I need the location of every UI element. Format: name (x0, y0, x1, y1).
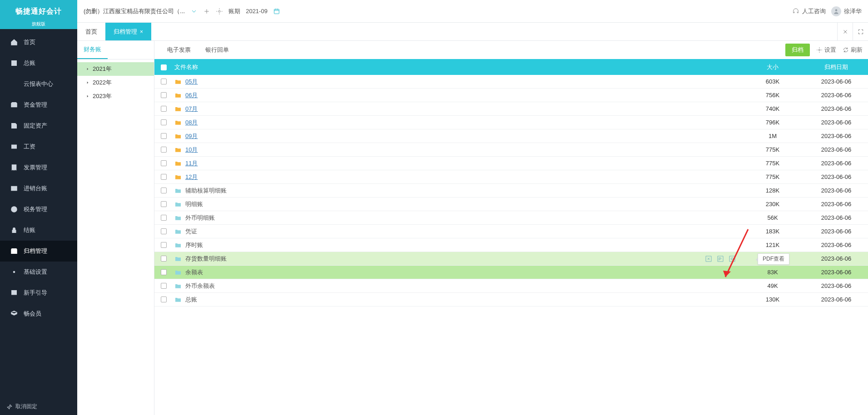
row-checkbox[interactable] (161, 119, 167, 125)
file-name[interactable]: 凭证 (185, 227, 197, 236)
col-name[interactable]: 文件名称 (173, 63, 741, 71)
row-checkbox[interactable] (161, 201, 167, 207)
table-row[interactable]: 序时账121K2023-06-06 (154, 238, 868, 252)
tree-year-2022[interactable]: 2022年 (77, 76, 154, 89)
nav-member[interactable]: 畅会员 (0, 303, 77, 324)
download-pdf-icon[interactable] (716, 255, 724, 263)
cat-tab-bankslip[interactable]: 银行回单 (198, 41, 236, 59)
tab-archive[interactable]: 归档管理 × (105, 23, 151, 40)
tree-label: 2021年 (93, 65, 112, 73)
row-checkbox[interactable] (161, 106, 167, 112)
close-all-button[interactable] (837, 23, 853, 40)
period-value[interactable]: 2021-09 (246, 8, 268, 15)
file-name[interactable]: 外币余额表 (185, 282, 215, 290)
plus-icon[interactable] (203, 8, 210, 15)
row-checkbox[interactable] (161, 283, 167, 289)
file-name[interactable]: 06月 (185, 91, 198, 99)
nav-funds[interactable]: 资金管理 (0, 94, 77, 115)
cat-tab-finance[interactable]: 财务账 (77, 41, 108, 59)
cat-tab-einvoice[interactable]: 电子发票 (160, 41, 198, 59)
nav-settings[interactable]: 基础设置 (0, 262, 77, 282)
file-name[interactable]: 09月 (185, 132, 198, 140)
file-name[interactable]: 08月 (185, 119, 198, 127)
table-row[interactable]: 10月775K2023-06-06 (154, 143, 868, 157)
table-row[interactable]: 06月756K2023-06-06 (154, 89, 868, 102)
tab-home[interactable]: 首页 (77, 23, 105, 40)
table-row[interactable]: 07月740K2023-06-06 (154, 102, 868, 116)
table-row[interactable]: 11月775K2023-06-06 (154, 157, 868, 170)
table-body: 05月603K2023-06-0606月756K2023-06-0607月740… (154, 75, 868, 306)
table-row[interactable]: 辅助核算明细账128K2023-06-06 (154, 184, 868, 198)
nav-inout[interactable]: 进销台账 (0, 178, 77, 199)
file-name[interactable]: 余额表 (185, 268, 203, 277)
row-checkbox[interactable] (161, 92, 167, 98)
nav-tax[interactable]: 税务管理 (0, 199, 77, 220)
fullscreen-button[interactable] (853, 23, 868, 40)
table-row[interactable]: 08月796K2023-06-06 (154, 116, 868, 129)
row-checkbox[interactable] (161, 215, 167, 221)
company-selector[interactable]: (勿删）江西服宝精品有限责任公司（... (84, 7, 185, 15)
nav-salary[interactable]: 工资 (0, 136, 77, 157)
cell-date: 2023-06-06 (804, 133, 868, 139)
nav-archive[interactable]: 归档管理 (0, 241, 77, 262)
nav-invoice[interactable]: 发票管理 (0, 157, 77, 178)
view-pdf-icon[interactable] (728, 255, 736, 263)
row-checkbox[interactable] (161, 160, 167, 166)
row-checkbox[interactable] (161, 228, 167, 234)
row-checkbox[interactable] (161, 133, 167, 139)
file-name[interactable]: 序时账 (185, 241, 203, 249)
file-name[interactable]: 12月 (185, 173, 198, 181)
gear-icon[interactable] (216, 8, 223, 15)
table-row[interactable]: 05月603K2023-06-06 (154, 75, 868, 89)
close-icon[interactable]: × (140, 29, 143, 35)
chevron-down-icon[interactable] (190, 8, 198, 15)
select-all-checkbox[interactable] (161, 64, 167, 70)
row-checkbox[interactable] (161, 79, 167, 84)
tree-year-2021[interactable]: 2021年 (77, 62, 154, 76)
nav-ledger[interactable]: 总账 (0, 53, 77, 74)
file-name[interactable]: 明细账 (185, 200, 203, 208)
calendar-icon[interactable] (273, 8, 280, 15)
table-row[interactable]: 凭证183K2023-06-06 (154, 225, 868, 238)
nav-home[interactable]: 首页 (0, 32, 77, 53)
table-row[interactable]: 总账130K2023-06-06 (154, 293, 868, 306)
file-name[interactable]: 存货数量明细账 (185, 255, 227, 263)
chat-link[interactable]: 人工咨询 (792, 7, 826, 15)
row-checkbox[interactable] (161, 269, 167, 275)
file-name[interactable]: 11月 (185, 159, 198, 168)
table-row[interactable]: 存货数量明细账PDF查看5K2023-06-06 (154, 252, 868, 266)
nav-unpin[interactable]: 取消固定 (0, 398, 77, 415)
user-icon (833, 8, 839, 15)
row-checkbox[interactable] (161, 174, 167, 180)
file-name[interactable]: 外币明细账 (185, 214, 215, 222)
refresh-link[interactable]: 刷新 (843, 46, 863, 54)
table-row[interactable]: 余额表83K2023-06-06 (154, 266, 868, 279)
file-name[interactable]: 07月 (185, 105, 198, 113)
row-checkbox[interactable] (161, 256, 167, 262)
row-checkbox[interactable] (161, 188, 167, 193)
settings-link[interactable]: 设置 (816, 46, 836, 54)
nav-close[interactable]: 结账 (0, 220, 77, 241)
file-name[interactable]: 10月 (185, 146, 198, 154)
file-name[interactable]: 辅助核算明细账 (185, 187, 227, 195)
col-size[interactable]: 大小 (741, 63, 804, 71)
table-row[interactable]: 外币余额表49K2023-06-06 (154, 279, 868, 293)
file-folder-icon (174, 228, 182, 235)
nav-guide[interactable]: 新手引导 (0, 282, 77, 303)
download-excel-icon[interactable] (704, 255, 713, 263)
row-checkbox[interactable] (161, 242, 167, 248)
user-menu[interactable]: 徐泽华 (831, 6, 862, 16)
file-name[interactable]: 总账 (185, 296, 197, 304)
file-name[interactable]: 05月 (185, 78, 198, 86)
row-checkbox[interactable] (161, 147, 167, 153)
table-row[interactable]: 外币明细账56K2023-06-06 (154, 211, 868, 225)
table-row[interactable]: 12月775K2023-06-06 (154, 170, 868, 184)
nav-reports[interactable]: 云报表中心 (0, 74, 77, 94)
nav-assets[interactable]: 固定资产 (0, 115, 77, 136)
archive-button[interactable]: 归档 (785, 44, 810, 56)
col-date[interactable]: 归档日期 (804, 63, 868, 71)
table-row[interactable]: 09月1M2023-06-06 (154, 129, 868, 143)
tree-year-2023[interactable]: 2023年 (77, 89, 154, 103)
row-checkbox[interactable] (161, 296, 167, 302)
table-row[interactable]: 明细账230K2023-06-06 (154, 198, 868, 211)
